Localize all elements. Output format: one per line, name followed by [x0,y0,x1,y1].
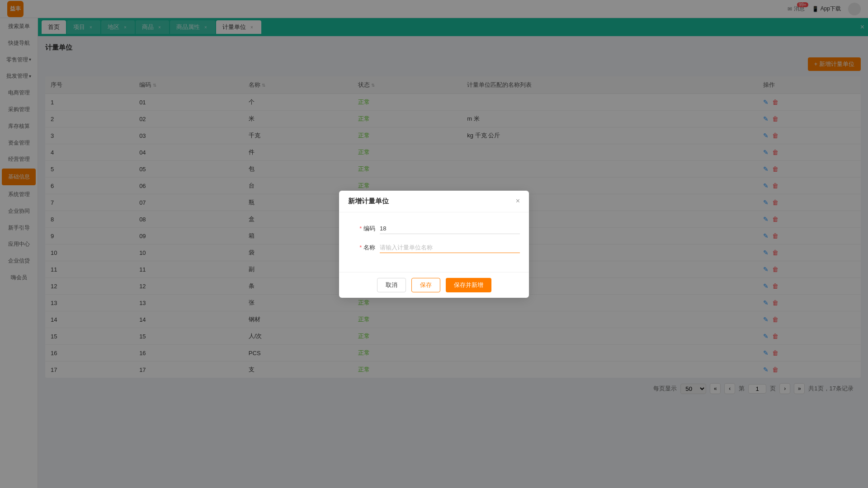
save-and-new-button[interactable]: 保存并新增 [446,278,491,292]
modal-overlay: 新增计量单位 × 编码 名称 取消 保存 保存并新增 [0,0,868,488]
add-measure-unit-modal: 新增计量单位 × 编码 名称 取消 保存 保存并新增 [339,191,529,298]
cancel-button[interactable]: 取消 [377,278,406,292]
form-row-code: 编码 [348,223,520,234]
name-label: 名称 [348,244,375,252]
modal-close-btn[interactable]: × [516,197,520,205]
form-row-name: 名称 [348,242,520,253]
modal-header: 新增计量单位 × [339,191,529,212]
code-label: 编码 [348,225,375,233]
modal-footer: 取消 保存 保存并新增 [339,272,529,298]
modal-title: 新增计量单位 [348,197,389,206]
code-input[interactable] [380,223,520,234]
modal-body: 编码 名称 [339,212,529,272]
name-input[interactable] [380,242,520,253]
save-button[interactable]: 保存 [411,278,440,292]
